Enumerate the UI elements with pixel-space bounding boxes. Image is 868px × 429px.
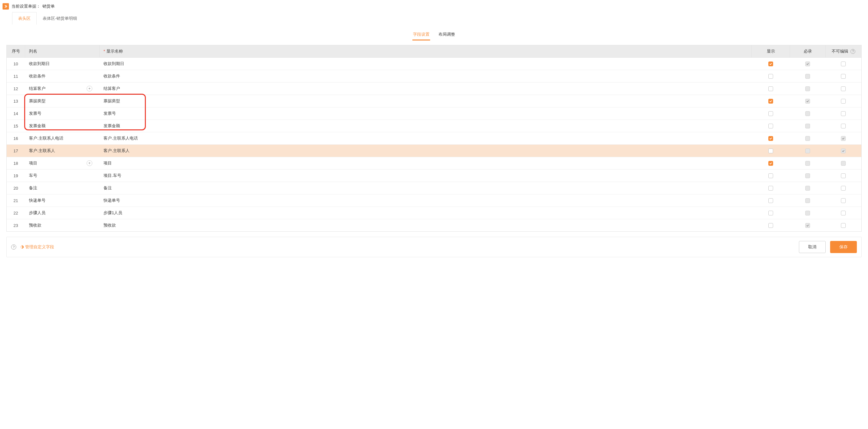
cell-seq: 17 <box>7 145 25 156</box>
table-row[interactable]: 19车号项目.车号 <box>7 170 861 182</box>
table-row[interactable]: 22步骤人员步骤1人员 <box>7 207 861 219</box>
cell-name: 快递单号 <box>25 194 100 206</box>
show-checkbox[interactable] <box>768 99 773 104</box>
cell-display-name[interactable]: 结算客户 <box>100 83 752 95</box>
cell-display-name[interactable]: 收款条件 <box>100 70 752 82</box>
col-header-seq: 序号 <box>7 45 25 57</box>
table-row[interactable]: 17客户.主联系人客户.主联系人 <box>7 145 861 157</box>
show-checkbox[interactable] <box>768 74 773 79</box>
show-checkbox[interactable] <box>768 173 773 178</box>
cell-name: 客户.主联系人电话 <box>25 132 100 144</box>
cell-display-name[interactable]: 项目 <box>100 157 752 169</box>
show-checkbox[interactable] <box>768 223 773 228</box>
readonly-checkbox[interactable] <box>841 211 846 216</box>
footer-bar: ? 管理自定义字段 取消 保存 <box>6 237 862 257</box>
manage-custom-fields-link[interactable]: 管理自定义字段 <box>20 244 54 250</box>
show-checkbox[interactable] <box>768 111 773 116</box>
subtab-0[interactable]: 字段设置 <box>412 30 430 40</box>
show-checkbox[interactable] <box>768 136 773 141</box>
table-row[interactable]: 23预收款预收款 <box>7 219 861 231</box>
required-checkbox <box>805 223 810 228</box>
table-row[interactable]: 20备注备注 <box>7 182 861 194</box>
readonly-checkbox[interactable] <box>841 223 846 228</box>
cell-required <box>790 170 826 181</box>
cell-readonly <box>826 195 861 206</box>
readonly-checkbox[interactable] <box>841 124 846 128</box>
cell-display-name[interactable]: 客户.主联系人 <box>100 145 752 157</box>
readonly-checkbox[interactable] <box>841 61 846 66</box>
required-checkbox <box>805 198 810 203</box>
table-row[interactable]: 15发票金额发票金额 <box>7 120 861 132</box>
table-row[interactable]: 10收款到期日收款到期日 <box>7 58 861 70</box>
table-row[interactable]: 14发票号发票号 <box>7 107 861 120</box>
cell-display-name[interactable]: 客户.主联系人电话 <box>100 132 752 144</box>
cell-readonly <box>826 58 861 69</box>
tab-0[interactable]: 表头区 <box>12 12 37 25</box>
show-checkbox[interactable] <box>768 124 773 128</box>
table-row[interactable]: 11收款条件收款条件 <box>7 70 861 83</box>
show-checkbox[interactable] <box>768 211 773 216</box>
show-checkbox[interactable] <box>768 61 773 66</box>
save-button[interactable]: 保存 <box>830 241 857 253</box>
cell-seq: 18 <box>7 158 25 169</box>
cell-show <box>752 158 790 169</box>
cell-name: 收款条件 <box>25 70 100 82</box>
cell-seq: 20 <box>7 182 25 194</box>
help-icon[interactable]: ? <box>11 245 16 250</box>
readonly-checkbox[interactable] <box>841 74 846 79</box>
show-checkbox[interactable] <box>768 186 773 191</box>
title-bar: 当前设置单据： 销货单 <box>3 2 865 12</box>
table-row[interactable]: 12结算客户+结算客户 <box>7 83 861 95</box>
cell-seq: 21 <box>7 195 25 206</box>
show-checkbox[interactable] <box>768 161 773 166</box>
readonly-checkbox[interactable] <box>841 186 846 191</box>
cell-seq: 15 <box>7 120 25 132</box>
expand-field-button[interactable]: + <box>87 160 92 166</box>
readonly-checkbox[interactable] <box>841 86 846 91</box>
cell-seq: 12 <box>7 83 25 94</box>
readonly-checkbox[interactable] <box>841 99 846 104</box>
show-checkbox[interactable] <box>768 86 773 91</box>
readonly-checkbox[interactable] <box>841 198 846 203</box>
cell-required <box>790 108 826 119</box>
cell-required <box>790 207 826 219</box>
tab-1[interactable]: 表体区-销货单明细 <box>37 12 83 25</box>
expand-toggle-button[interactable] <box>3 3 9 9</box>
cell-display-name[interactable]: 项目.车号 <box>100 170 752 182</box>
chevron-double-right-icon <box>4 4 8 8</box>
show-checkbox[interactable] <box>768 198 773 203</box>
cell-show <box>752 108 790 119</box>
readonly-checkbox[interactable] <box>841 111 846 116</box>
cell-display-name[interactable]: 预收款 <box>100 219 752 231</box>
cell-display-name[interactable]: 发票号 <box>100 107 752 119</box>
cell-name: 项目+ <box>25 157 100 169</box>
table-header: 序号 列名 *显示名称 显示 必录 不可编辑 ? <box>6 45 862 58</box>
cell-display-name[interactable]: 步骤1人员 <box>100 207 752 219</box>
title-value: 销货单 <box>42 3 55 9</box>
show-checkbox[interactable] <box>768 148 773 153</box>
cell-name: 发票金额 <box>25 120 100 132</box>
cell-readonly <box>826 71 861 82</box>
table-row[interactable]: 16客户.主联系人电话客户.主联系人电话 <box>7 132 861 145</box>
readonly-checkbox[interactable] <box>841 173 846 178</box>
col-header-display-name: *显示名称 <box>100 45 752 57</box>
cell-readonly <box>826 96 861 107</box>
cell-display-name[interactable]: 收款到期日 <box>100 58 752 70</box>
table-row[interactable]: 13票据类型票据类型 <box>7 95 861 107</box>
expand-field-button[interactable]: + <box>87 86 92 91</box>
table-row[interactable]: 21快递单号快递单号 <box>7 194 861 207</box>
cell-display-name[interactable]: 快递单号 <box>100 194 752 206</box>
table-row[interactable]: 18项目+项目 <box>7 157 861 170</box>
cancel-button[interactable]: 取消 <box>799 241 826 253</box>
cell-show <box>752 83 790 94</box>
cell-display-name[interactable]: 发票金额 <box>100 120 752 132</box>
cell-required <box>790 158 826 169</box>
required-star-icon: * <box>103 49 105 54</box>
cell-display-name[interactable]: 票据类型 <box>100 95 752 107</box>
subtab-1[interactable]: 布局调整 <box>438 30 456 40</box>
cell-display-name[interactable]: 备注 <box>100 182 752 194</box>
cell-required <box>790 133 826 144</box>
cell-required <box>790 120 826 132</box>
help-icon[interactable]: ? <box>850 49 855 54</box>
page-title: 当前设置单据： 销货单 <box>11 3 55 9</box>
